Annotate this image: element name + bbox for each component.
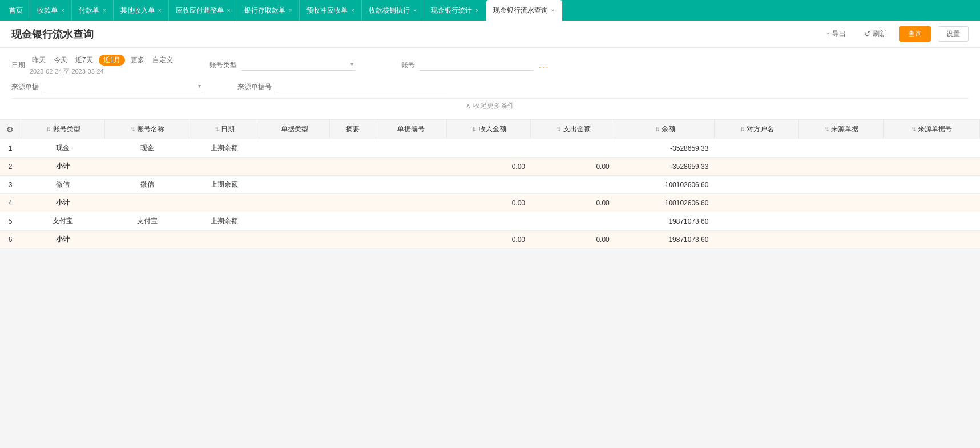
- account-type-filter: 账号类型: [209, 60, 356, 71]
- collapse-bar[interactable]: ∧ 收起更多条件: [11, 98, 969, 112]
- refresh-button[interactable]: ↺ 刷新: [858, 27, 892, 41]
- nav-payment[interactable]: 付款单 ×: [72, 0, 114, 21]
- col-account-name[interactable]: ⇅ 账号名称: [105, 120, 189, 139]
- nav-cash-stats[interactable]: 现金银行统计 ×: [424, 0, 486, 21]
- cell-date: 上期余额: [189, 176, 259, 194]
- nav-cash-flow[interactable]: 现金银行流水查询 ×: [486, 0, 562, 21]
- cell-source-doc-no: [883, 194, 979, 212]
- cell-doc-no: [376, 139, 446, 158]
- cell-source-doc-no: [883, 176, 979, 194]
- account-type-select-wrapper: [241, 60, 356, 71]
- header-actions: ↑ 导出 ↺ 刷新 查询 设置: [821, 26, 969, 42]
- nav-adjustment[interactable]: 应收应付调整单 ×: [169, 0, 238, 21]
- date-btn-7days[interactable]: 近7天: [73, 55, 95, 66]
- account-type-label: 账号类型: [209, 60, 237, 70]
- cell-summary: [330, 139, 376, 158]
- sort-icon-account-name: ⇅: [131, 127, 135, 132]
- date-btn-custom[interactable]: 自定义: [150, 55, 175, 66]
- cell-account-type: 微信: [21, 176, 105, 194]
- table-row: 5支付宝支付宝上期余额19871073.60: [0, 212, 980, 231]
- account-dots-button[interactable]: ...: [538, 60, 549, 71]
- collapse-label: 收起更多条件: [473, 101, 514, 111]
- nav-bank-deposit-close[interactable]: ×: [289, 7, 292, 14]
- col-balance[interactable]: ⇅ 余额: [615, 120, 715, 139]
- cell-source-doc-no: [883, 212, 979, 231]
- sort-icon-expense: ⇅: [556, 127, 561, 132]
- col-gear[interactable]: ⚙: [0, 120, 21, 139]
- table-row: 6小计0.000.0019871073.60: [0, 231, 980, 249]
- cell-summary: [330, 212, 376, 231]
- cell-source-doc: [798, 176, 883, 194]
- cell-expense: 0.00: [531, 231, 615, 249]
- cell-counterparty: [714, 139, 798, 158]
- query-button[interactable]: 查询: [899, 26, 931, 42]
- nav-bank-deposit[interactable]: 银行存取款单 ×: [237, 0, 300, 21]
- nav-collection-close[interactable]: ×: [413, 7, 417, 14]
- table-row: 4小计0.000.00100102606.60: [0, 194, 980, 212]
- col-summary[interactable]: 摘要: [330, 120, 376, 139]
- col-counterparty[interactable]: ⇅ 对方户名: [714, 120, 798, 139]
- nav-receipt[interactable]: 收款单 ×: [30, 0, 72, 21]
- cell-expense: 0.00: [531, 158, 615, 176]
- col-source-doc[interactable]: ⇅ 来源单据: [798, 120, 883, 139]
- cell-balance: 19871073.60: [615, 212, 715, 231]
- sort-icon-source-doc: ⇅: [825, 127, 829, 132]
- cell-date: 上期余额: [189, 139, 259, 158]
- col-account-type[interactable]: ⇅ 账号类型: [21, 120, 105, 139]
- row-num: 5: [0, 212, 21, 231]
- cell-source-doc: [798, 139, 883, 158]
- source-doc-select[interactable]: [43, 82, 203, 92]
- filter-row-1: 日期 昨天 今天 近7天 近1月 更多 自定义 2023-02-24 至 202…: [11, 55, 969, 76]
- cell-date: [189, 194, 259, 212]
- col-date[interactable]: ⇅ 日期: [189, 120, 259, 139]
- account-input[interactable]: [420, 60, 534, 71]
- nav-receipt-close[interactable]: ×: [61, 7, 64, 14]
- export-button[interactable]: ↑ 导出: [821, 27, 852, 41]
- cell-expense: [531, 212, 615, 231]
- cell-income: 0.00: [446, 231, 531, 249]
- nav-collection[interactable]: 收款核销执行 ×: [362, 0, 424, 21]
- settings-button[interactable]: 设置: [938, 26, 969, 42]
- nav-prepayment-close[interactable]: ×: [351, 7, 354, 14]
- cell-doc-no: [376, 194, 446, 212]
- cell-income: 0.00: [446, 158, 531, 176]
- date-shortcuts: 昨天 今天 近7天 近1月 更多 自定义: [30, 55, 175, 66]
- col-source-doc-no[interactable]: ⇅ 来源单据号: [883, 120, 979, 139]
- nav-adjustment-close[interactable]: ×: [227, 7, 231, 14]
- cell-balance: 100102606.60: [615, 194, 715, 212]
- col-doc-no[interactable]: 单据编号: [376, 120, 446, 139]
- col-doc-type[interactable]: 单据类型: [259, 120, 330, 139]
- date-btn-yesterday[interactable]: 昨天: [30, 55, 48, 66]
- cell-source-doc-no: [883, 158, 979, 176]
- account-type-select[interactable]: [241, 60, 356, 71]
- cell-doc-type: [259, 212, 330, 231]
- date-shortcuts-wrapper: 昨天 今天 近7天 近1月 更多 自定义 2023-02-24 至 2023-0…: [30, 55, 175, 76]
- filter-row-2: 来源单据 来源单据号: [11, 82, 969, 92]
- nav-cash-flow-close[interactable]: ×: [551, 7, 555, 14]
- nav-other-income-close[interactable]: ×: [158, 7, 162, 14]
- col-income[interactable]: ⇅ 收入金额: [446, 120, 531, 139]
- nav-home[interactable]: 首页: [2, 0, 30, 21]
- top-navigation: 首页 收款单 × 付款单 × 其他收入单 × 应收应付调整单 × 银行存取款单 …: [0, 0, 980, 21]
- table-body: 1现金现金上期余额-3528659.332小计0.000.00-3528659.…: [0, 139, 980, 249]
- cell-expense: 0.00: [531, 194, 615, 212]
- date-btn-more[interactable]: 更多: [128, 55, 147, 66]
- source-doc-num-input[interactable]: [276, 82, 447, 92]
- cell-account-name: [105, 194, 189, 212]
- cell-counterparty: [714, 231, 798, 249]
- date-btn-today[interactable]: 今天: [51, 55, 70, 66]
- nav-other-income[interactable]: 其他收入单 ×: [114, 0, 169, 21]
- cell-date: [189, 158, 259, 176]
- data-table: ⚙ ⇅ 账号类型 ⇅ 账号名称 ⇅ 日期 单据类型 摘要 单据编号: [0, 119, 980, 249]
- cell-account-name: [105, 158, 189, 176]
- nav-prepayment[interactable]: 预收冲应收单 ×: [300, 0, 362, 21]
- cell-doc-type: [259, 158, 330, 176]
- nav-payment-close[interactable]: ×: [103, 7, 106, 14]
- nav-cash-stats-close[interactable]: ×: [475, 7, 479, 14]
- row-num: 1: [0, 139, 21, 158]
- cell-summary: [330, 176, 376, 194]
- source-doc-num-filter: 来源单据号: [237, 82, 447, 92]
- source-doc-filter: 来源单据: [11, 82, 203, 92]
- col-expense[interactable]: ⇅ 支出金额: [531, 120, 615, 139]
- date-btn-1month[interactable]: 近1月: [99, 55, 126, 66]
